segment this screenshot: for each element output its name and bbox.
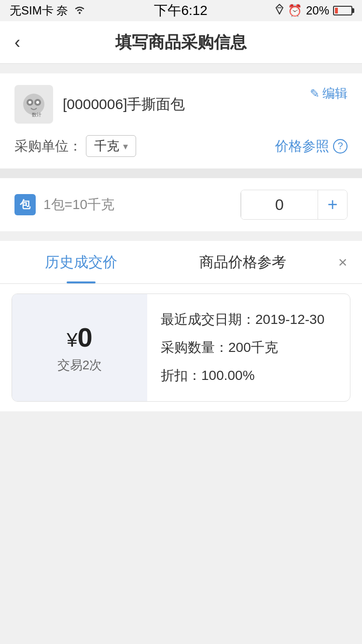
bottom-panel: 历史成交价 商品价格参考 × ¥0 交易2次 最近成交日期：2019-12-3 — [0, 241, 362, 411]
wifi-icon — [73, 4, 86, 17]
price-currency: ¥ — [67, 329, 77, 350]
product-left: 数计 [0000006]手撕面包 — [14, 85, 185, 124]
svg-point-4 — [28, 101, 31, 104]
quantity-plus-button[interactable]: + — [318, 190, 347, 219]
product-card: 数计 [0000006]手撕面包 ✎ 编辑 采购单位： 千克 ▾ 价格参照 ? — [0, 73, 362, 168]
location-icon — [275, 4, 284, 17]
quantity-row: 包 1包=10千克 0 + — [0, 178, 362, 231]
nav-bar: ‹ 填写商品采购信息 — [0, 21, 362, 64]
unit-value: 千克 — [94, 138, 119, 154]
battery-percent: 20% — [306, 4, 329, 17]
price-card-left: ¥0 交易2次 — [12, 294, 147, 401]
edit-icon: ✎ — [310, 87, 320, 100]
info-circle-icon: ? — [333, 139, 348, 154]
carrier-text: 无SIM卡 奈 — [10, 3, 68, 18]
unit-label: 采购单位： — [14, 137, 82, 155]
page-title: 填写商品采购信息 — [115, 31, 247, 54]
tab-close-button[interactable]: × — [323, 241, 362, 283]
status-time: 下午6:12 — [154, 1, 208, 20]
svg-text:数计: 数计 — [32, 112, 42, 117]
quantity-controls: 0 + — [240, 190, 348, 220]
tab-bar: 历史成交价 商品价格参考 × — [0, 241, 362, 284]
unit-selector-group: 采购单位： 千克 ▾ — [14, 135, 136, 157]
tab-history-price[interactable]: 历史成交价 — [0, 241, 162, 283]
product-name: [0000006]手撕面包 — [63, 95, 185, 114]
svg-point-0 — [79, 12, 81, 14]
price-card: ¥0 交易2次 最近成交日期：2019-12-30 采购数量：200千克 折扣：… — [12, 294, 350, 402]
section-divider — [0, 168, 362, 178]
main-content: 历史成交价 商品价格参考 × ¥0 交易2次 最近成交日期：2019-12-3 — [0, 241, 362, 579]
price-detail-date: 最近成交日期：2019-12-30 — [161, 309, 336, 330]
alarm-icon: ⏰ — [288, 4, 302, 17]
price-trade-count: 交易2次 — [57, 357, 102, 374]
status-right: ⏰ 20% — [275, 4, 352, 17]
product-header: 数计 [0000006]手撕面包 ✎ 编辑 — [14, 85, 348, 124]
chevron-down-icon: ▾ — [123, 140, 128, 152]
back-button[interactable]: ‹ — [14, 32, 20, 53]
product-unit-row: 采购单位： 千克 ▾ 价格参照 ? — [14, 135, 348, 157]
edit-button[interactable]: ✎ 编辑 — [310, 85, 348, 102]
price-card-right: 最近成交日期：2019-12-30 采购数量：200千克 折扣：100.00% — [147, 294, 350, 401]
tab-active-indicator — [67, 281, 96, 283]
tab-product-price-ref[interactable]: 商品价格参考 — [162, 241, 323, 283]
product-image: 数计 — [14, 85, 53, 124]
quantity-unit-info: 包 1包=10千克 — [14, 194, 114, 215]
svg-point-5 — [36, 101, 39, 104]
quantity-unit-text: 1包=10千克 — [43, 196, 114, 214]
quantity-unit-icon: 包 — [14, 194, 36, 215]
battery-icon — [333, 6, 352, 15]
status-bar: 无SIM卡 奈 下午6:12 ⏰ 20% — [0, 0, 362, 21]
price-detail-qty: 采购数量：200千克 — [161, 337, 336, 358]
price-card-container: ¥0 交易2次 最近成交日期：2019-12-30 采购数量：200千克 折扣：… — [0, 284, 362, 411]
quantity-value: 0 — [241, 190, 318, 219]
price-amount: ¥0 — [67, 322, 92, 353]
price-detail-discount: 折扣：100.00% — [161, 365, 336, 386]
price-reference-button[interactable]: 价格参照 ? — [275, 137, 348, 155]
unit-dropdown[interactable]: 千克 ▾ — [86, 135, 136, 157]
status-left: 无SIM卡 奈 — [10, 3, 86, 18]
